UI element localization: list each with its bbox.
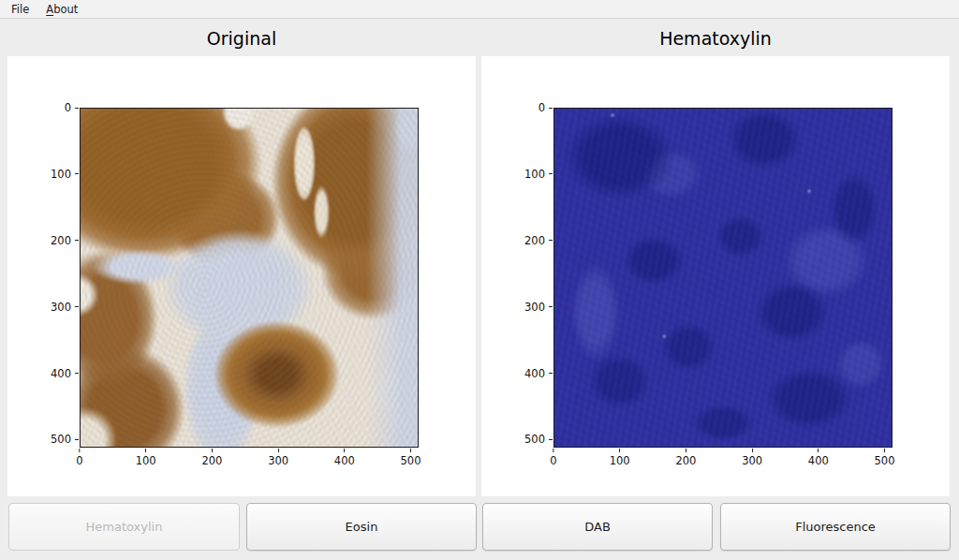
tick-label: 400	[524, 368, 545, 379]
x-tick: 0	[550, 449, 556, 466]
tick-label: 500	[51, 434, 71, 445]
tick-label: 500	[401, 455, 421, 466]
original-ihc-image	[80, 108, 419, 448]
tick-label: 100	[610, 455, 630, 466]
tick-label: 0	[550, 455, 556, 466]
dab-button[interactable]: DAB	[482, 503, 713, 551]
hematoxylin-plot-axes	[553, 108, 893, 448]
eosin-button[interactable]: Eosin	[246, 503, 477, 551]
tick-label: 300	[268, 455, 288, 466]
menu-item-file[interactable]: File	[9, 2, 31, 17]
fluorescence-button[interactable]: Fluorescence	[720, 503, 951, 551]
x-tick: 100	[136, 449, 156, 466]
x-tick: 400	[334, 449, 355, 466]
tick-label: 500	[524, 434, 545, 445]
x-tick: 100	[610, 449, 630, 466]
tick-label: 500	[875, 455, 895, 466]
tick-label: 400	[334, 455, 355, 466]
x-tick: 500	[875, 449, 895, 466]
tick-label: 300	[524, 302, 545, 313]
tick-label: 200	[675, 455, 696, 466]
y-tick: 500	[493, 434, 553, 445]
original-y-axis: 0100200300400500	[19, 108, 79, 448]
panel-title-hematoxylin: Hematoxylin	[481, 26, 950, 51]
y-tick: 0	[493, 102, 553, 113]
y-tick: 500	[19, 434, 79, 445]
tick-label: 300	[51, 302, 71, 313]
tick-label: 0	[76, 455, 82, 466]
tick-label: 100	[524, 169, 545, 180]
tick-label: 200	[524, 235, 545, 246]
y-tick: 100	[19, 169, 79, 180]
app-window: File About Original Hematoxylin 01002003…	[0, 0, 959, 560]
x-tick: 300	[742, 449, 762, 466]
tick-label: 100	[136, 455, 156, 466]
hematoxylin-plot-panel: 0100200300400500 0100200300400500	[481, 56, 950, 496]
y-tick: 400	[493, 368, 553, 379]
x-tick: 0	[76, 449, 82, 466]
hematoxylin-channel-image	[553, 108, 893, 448]
y-tick: 100	[493, 169, 553, 180]
x-tick: 500	[401, 449, 421, 466]
menu-about-hotkey: A	[46, 3, 53, 16]
tick-label: 300	[742, 455, 762, 466]
y-tick: 400	[19, 368, 79, 379]
tick-label: 200	[201, 455, 222, 466]
tick-label: 100	[51, 169, 71, 180]
y-tick: 0	[19, 102, 79, 113]
y-tick: 300	[19, 302, 79, 313]
hematoxylin-y-axis: 0100200300400500	[493, 108, 553, 448]
menu-bar: File About	[0, 0, 959, 19]
original-plot-axes	[80, 108, 419, 448]
tick-label: 400	[51, 368, 71, 379]
menu-item-about[interactable]: About	[44, 2, 80, 17]
x-tick: 200	[675, 449, 696, 466]
hematoxylin-x-axis: 0100200300400500	[553, 449, 893, 471]
x-tick: 200	[201, 449, 222, 466]
tick-label: 200	[51, 235, 71, 246]
tick-label: 400	[808, 455, 829, 466]
y-tick: 300	[493, 302, 553, 313]
tick-label: 0	[65, 102, 71, 113]
tick-label: 0	[539, 102, 545, 113]
x-tick: 300	[268, 449, 288, 466]
hematoxylin-button[interactable]: Hematoxylin	[8, 503, 240, 551]
panel-title-original: Original	[7, 26, 476, 51]
original-plot-panel: 0100200300400500 0100200300400500	[7, 56, 476, 496]
y-tick: 200	[493, 235, 553, 246]
menu-about-rest: bout	[53, 3, 78, 16]
y-tick: 200	[19, 235, 79, 246]
x-tick: 400	[808, 449, 829, 466]
original-x-axis: 0100200300400500	[80, 449, 419, 471]
